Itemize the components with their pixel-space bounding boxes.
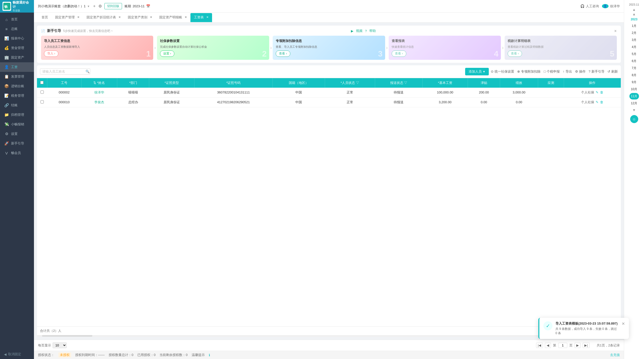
social-insurance-btn[interactable]: ⊙ 统一社保设置 [491,69,514,74]
cal-month-5[interactable]: 5月 [629,51,639,57]
tab-close-icon[interactable]: ✕ [77,16,79,19]
last-page-btn[interactable]: ▶| [583,343,589,348]
special-deduction-btn[interactable]: ⊕ 专项附加扣除 [517,69,541,74]
cal-month-8[interactable]: 8月 [629,72,639,78]
nav-ledger[interactable]: ≡总账 [0,24,34,34]
cal-month-11[interactable]: 11月 [629,93,639,99]
row-checkbox-2[interactable] [37,97,47,107]
cal-down-btn[interactable]: ▼ [632,108,636,112]
cal-month-9[interactable]: 9月 [629,79,639,85]
help-link[interactable]: 帮助 [369,29,376,33]
employee-name-1[interactable]: 徐泽华 [81,88,117,97]
scroll-thumb[interactable] [42,335,92,337]
switch-version-button[interactable]: 切到旧版 [104,3,122,9]
social-insurance-action[interactable]: 个人社保 [581,90,594,95]
tab-assets-mgmt[interactable]: 固定资产管理 ✕ [52,13,83,22]
cal-month-2[interactable]: 2月 [629,30,639,36]
step5-btn[interactable]: 查看 › [508,50,522,57]
cal-up-btn[interactable]: ▲ [632,8,636,12]
cal-month-3[interactable]: 3月 [629,37,639,43]
filter-icon2[interactable]: ▽ [403,81,408,85]
per-page-select[interactable]: 10 20 50 100 [53,342,67,348]
nav-close[interactable]: 🔗结账 [0,100,34,110]
tab-close-icon[interactable]: ✕ [185,16,187,19]
username: 徐泽华 [610,4,620,9]
newbie-guide-btn[interactable]: ? 新手引导 [589,69,605,74]
nav-expense[interactable]: 💸小畅报销 [0,120,34,129]
edit-icon[interactable]: ✎ [596,90,598,94]
tab-close-icon[interactable]: ✕ [118,16,121,19]
step2-btn[interactable]: 设置 › [160,50,174,57]
tab-assets-category[interactable]: 固定资产类别 ✕ [124,13,156,22]
add-account-icon[interactable]: ＋ [92,4,96,9]
topbar-icons: ＋ ⚙ [92,4,102,9]
employee-name-2[interactable]: 李俊杰 [81,97,117,107]
cal-up-btn2[interactable]: ▲ [632,12,636,16]
filter-icon[interactable]: ▽ [355,81,359,85]
nav-tax[interactable]: 📝税务管理 [0,91,34,100]
nav-archive[interactable]: 📁归档管理 [0,110,34,120]
edit-icon2[interactable]: ✎ [596,100,598,104]
step1-btn[interactable]: 导入 › [44,50,58,57]
col-allowance: 津贴 [468,78,500,88]
tab-salary[interactable]: 工资表 ✕ [190,13,212,22]
step3-title: 专项附加扣除信息 [276,39,382,43]
cal-month-1[interactable]: 1月 [629,23,639,29]
cal-month-4[interactable]: 4月 [629,44,639,50]
refresh-btn[interactable]: ↺ 刷新 [608,69,618,74]
consulting-btn[interactable]: 🎧 人工咨询 [580,4,599,9]
cal-month-6[interactable]: 6月 [629,58,639,64]
nav-funds[interactable]: 💰资金管理 [0,43,34,53]
row-checkbox-1[interactable] [37,88,47,97]
tab-depreciation[interactable]: 固定资产折旧统计表 ✕ [83,13,124,22]
sort-icon[interactable]: ⇅ [93,81,97,85]
next-page-btn[interactable]: ▶ [575,343,581,348]
social-insurance-action2[interactable]: 个人社保 [581,100,594,105]
operation-btn[interactable]: ⚙ 操作 [575,69,586,74]
cal-month-10[interactable]: 10月 [629,86,639,92]
nav-invoice[interactable]: 📋发票管理 [0,72,34,81]
cal-month-7[interactable]: 7月 [629,65,639,71]
nav-stock[interactable]: 📦进销台账 [0,81,34,91]
search-box[interactable]: 🔍 [40,68,90,75]
delete-icon[interactable]: 🗑 [600,90,603,94]
export-btn[interactable]: ↑ 导出 [563,69,572,74]
prev-page-btn[interactable]: ◀ [545,343,551,348]
feedback-icon[interactable]: ☺ [630,115,638,123]
tab-home[interactable]: 首页 [38,13,52,22]
nav-salary[interactable]: 👤工资 [0,62,34,72]
search-input[interactable] [42,70,85,73]
search-icon[interactable]: 🔍 [86,70,90,73]
nav-reports[interactable]: 📊报表中心 [0,34,34,43]
step4-btn[interactable]: 查看 › [392,50,406,57]
cal-month-12[interactable]: 12月 [629,100,639,107]
account-selector[interactable]: 刘小艳演示账套（勿删勿动！）1 ▼ [38,4,90,9]
nav-settings[interactable]: ⚙设置 [0,129,34,139]
settings-topbar-icon[interactable]: ⚙ [98,4,102,9]
col-dept: *部门 [117,78,149,88]
step3-btn[interactable]: 查看 › [276,50,290,57]
nav-guide[interactable]: 🚀新手引导 [0,139,34,148]
go-charge-link[interactable]: 去充值 [610,353,620,357]
reports-icon: 📊 [4,36,9,41]
delete-icon2[interactable]: 🗑 [600,100,603,104]
tab-assets-detail[interactable]: 固定资产明细账 ✕ [156,13,190,22]
video-link[interactable]: 视频 [356,29,363,33]
period-selector[interactable]: 账期 2023-11 📅 [125,4,150,9]
page-number-input[interactable] [558,343,567,348]
first-page-btn[interactable]: |◀ [536,343,543,348]
nav-home[interactable]: ⌂首页 [0,15,34,24]
sidebar-unpin[interactable]: ◀ 取消固定 [0,349,34,359]
select-all-checkbox[interactable] [40,81,44,84]
notif-close-button[interactable]: ✕ [622,321,625,326]
app-logo: 畅 畅捷通好会计 专业版 [0,0,34,13]
user-menu[interactable]: 👤 徐泽华 [602,4,620,9]
account-name: 刘小艳演示账套（勿删勿动！）1 [38,4,86,9]
tax-report-btn[interactable]: □ 个税申报 [544,69,560,74]
add-employee-button[interactable]: 添加人员 ▼ [465,68,489,75]
tab-close-icon[interactable]: ✕ [206,16,209,19]
nav-assets[interactable]: 🏢固定资产 [0,53,34,62]
nav-member[interactable]: V畅会员 [0,148,34,158]
tab-close-icon[interactable]: ✕ [150,16,152,19]
guide-close-button[interactable]: ✕ [614,29,617,33]
